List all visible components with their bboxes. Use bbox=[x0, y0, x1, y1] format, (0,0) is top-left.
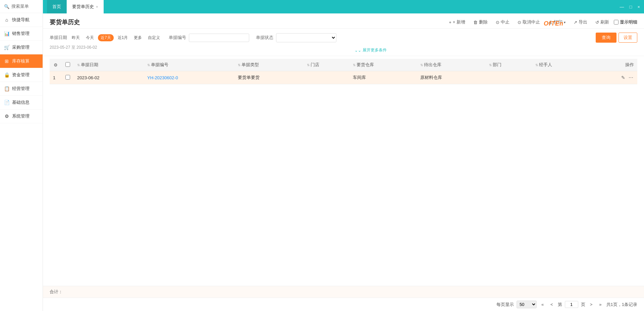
tab-close-button[interactable]: × bbox=[96, 5, 98, 9]
minimize-button[interactable]: — bbox=[620, 4, 624, 9]
col-handler[interactable]: 经手人 bbox=[532, 59, 589, 71]
export-label: 导出 bbox=[579, 19, 587, 25]
page-size-select[interactable]: 50 10 20 100 bbox=[517, 301, 537, 308]
col-department[interactable]: 部门 bbox=[486, 59, 532, 71]
refresh-label: 刷新 bbox=[600, 19, 609, 25]
settings-button[interactable]: 设置 bbox=[619, 33, 637, 43]
date-yesterday-btn[interactable]: 昨天 bbox=[70, 34, 82, 41]
settings-icon[interactable]: ⚙ bbox=[54, 62, 58, 68]
refresh-icon: ↺ bbox=[595, 20, 599, 25]
tab-home[interactable]: 首页 bbox=[47, 0, 67, 13]
table-footer: 合计： bbox=[43, 286, 644, 298]
date-last7-btn[interactable]: 近7天 bbox=[98, 34, 114, 41]
date-more-btn[interactable]: 更多 bbox=[132, 34, 144, 41]
main-area: 首页 要货单历史 × — □ × 要货单历史 + + 新增 🗑 删除 bbox=[43, 0, 644, 311]
col-pending-warehouse[interactable]: 待出仓库 bbox=[417, 59, 486, 71]
order-no-filter-group: 单据编号 bbox=[169, 34, 249, 42]
page-number-input[interactable] bbox=[565, 301, 578, 308]
order-no-input[interactable] bbox=[189, 34, 249, 42]
print-button[interactable]: 🖨 打印 ▾ bbox=[545, 17, 569, 27]
search-icon: 🔍 bbox=[4, 4, 9, 9]
plus-icon: + bbox=[449, 20, 451, 25]
first-page-button[interactable]: « bbox=[539, 301, 546, 308]
delete-button[interactable]: 🗑 删除 bbox=[470, 17, 491, 27]
col-order-no[interactable]: 单据编号 bbox=[144, 59, 234, 71]
topbar: 首页 要货单历史 × — □ × bbox=[43, 0, 644, 13]
cell-pending-warehouse: 原材料仓库 bbox=[417, 71, 486, 84]
col-date[interactable]: 单据日期 bbox=[74, 59, 144, 71]
sidebar-item-system[interactable]: ⚙ 系统管理 bbox=[0, 109, 43, 123]
sidebar-item-label: 快捷导航 bbox=[12, 17, 30, 23]
cell-handler bbox=[532, 71, 589, 84]
expand-icon: ⌄⌄ bbox=[355, 48, 361, 53]
print-icon: 🖨 bbox=[548, 20, 552, 25]
order-no-link[interactable]: YH-20230602-0 bbox=[147, 75, 178, 80]
pagination: 每页显示 50 10 20 100 « < 第 页 > » 共1页，1条记录 bbox=[43, 298, 644, 311]
cell-store bbox=[304, 71, 350, 84]
sidebar-search[interactable]: 🔍 搜索菜单 bbox=[0, 0, 43, 13]
filter-action-buttons: 查询 设置 bbox=[596, 33, 637, 43]
sidebar-item-quick-nav[interactable]: ⌂ 快捷导航 bbox=[0, 13, 43, 27]
sidebar-item-basic[interactable]: 📄 基础信息 bbox=[0, 96, 43, 109]
cell-order-no: YH-20230602-0 bbox=[144, 71, 234, 84]
sidebar-item-operation[interactable]: 📋 经营管理 bbox=[0, 82, 43, 96]
select-all-checkbox[interactable] bbox=[65, 62, 70, 67]
content-area: 要货单历史 + + 新增 🗑 删除 ⊙ 中止 ⊙ 取消中止 bbox=[43, 13, 644, 311]
sidebar-item-inventory[interactable]: ⊞ 库存核算 bbox=[0, 54, 43, 68]
date-range-text: 2023-05-27 至 2023-06-02 bbox=[50, 45, 97, 53]
last-page-button[interactable]: » bbox=[597, 301, 603, 308]
grid-icon: ⊞ bbox=[4, 58, 9, 64]
page-size-label: 每页显示 bbox=[496, 302, 514, 308]
sidebar-item-label: 采购管理 bbox=[12, 44, 30, 50]
summary-label: 合计： bbox=[50, 289, 63, 294]
col-store[interactable]: 门店 bbox=[304, 59, 350, 71]
date-today-btn[interactable]: 今天 bbox=[84, 34, 96, 41]
add-label: + 新增 bbox=[453, 19, 465, 25]
page-suffix: 页 bbox=[581, 302, 585, 308]
date-filter-label: 单据日期 bbox=[50, 35, 67, 41]
tab-active-label: 要货单历史 bbox=[72, 4, 94, 10]
export-button[interactable]: ↗ 导出 bbox=[570, 17, 591, 27]
date-last-month-btn[interactable]: 近1月 bbox=[116, 34, 130, 41]
next-page-button[interactable]: > bbox=[588, 301, 595, 308]
cell-checkbox bbox=[62, 71, 74, 84]
prev-page-button[interactable]: < bbox=[548, 301, 555, 308]
table-header-row: ⚙ 单据日期 单据编号 单据类型 门店 要货仓库 待出仓库 部门 经手人 操 bbox=[50, 59, 637, 71]
col-action: 操作 bbox=[589, 59, 637, 71]
maximize-button[interactable]: □ bbox=[630, 4, 632, 9]
cancel-stop-button[interactable]: ⊙ 取消中止 bbox=[514, 17, 543, 27]
status-filter-group: 单据状态 bbox=[256, 33, 336, 42]
edit-icon[interactable]: ✎ bbox=[621, 74, 626, 81]
sidebar-search-label: 搜索菜单 bbox=[11, 3, 29, 9]
col-req-warehouse[interactable]: 要货仓库 bbox=[350, 59, 417, 71]
cell-order-type: 要货单要货 bbox=[234, 71, 303, 84]
close-window-button[interactable]: × bbox=[637, 4, 640, 9]
sidebar-item-sales[interactable]: 📊 销售管理 bbox=[0, 27, 43, 41]
stop-button[interactable]: ⊙ 中止 bbox=[492, 17, 513, 27]
sidebar-item-finance[interactable]: 🔒 资金管理 bbox=[0, 68, 43, 82]
show-detail-checkbox[interactable] bbox=[614, 20, 619, 25]
row-checkbox[interactable] bbox=[65, 75, 70, 80]
expand-filter-label: 展开更多条件 bbox=[363, 47, 387, 53]
toolbar: + + 新增 🗑 删除 ⊙ 中止 ⊙ 取消中止 🖨 打印 bbox=[445, 17, 637, 27]
sidebar-item-purchase[interactable]: 🛒 采购管理 bbox=[0, 41, 43, 54]
filter-area: 单据日期 昨天 今天 近7天 近1月 更多 自定义 单据编号 bbox=[43, 29, 644, 56]
date-custom-btn[interactable]: 自定义 bbox=[146, 34, 162, 41]
status-select[interactable] bbox=[276, 33, 336, 42]
sidebar-item-label: 基础信息 bbox=[12, 99, 30, 105]
more-action-icon[interactable]: ⋯ bbox=[628, 74, 634, 81]
cell-date: 2023-06-02 bbox=[74, 71, 144, 84]
tab-active[interactable]: 要货单历史 × bbox=[67, 0, 104, 13]
orders-table: ⚙ 单据日期 单据编号 单据类型 门店 要货仓库 待出仓库 部门 经手人 操 bbox=[50, 59, 637, 84]
date-filter-options: 昨天 今天 近7天 近1月 更多 自定义 bbox=[70, 34, 162, 41]
document-icon: 📄 bbox=[4, 100, 9, 105]
delete-icon: 🗑 bbox=[473, 20, 478, 25]
query-button[interactable]: 查询 bbox=[596, 33, 616, 43]
stop-label: 中止 bbox=[501, 19, 509, 25]
show-detail-toggle: 显示明细 bbox=[614, 19, 637, 25]
col-order-type[interactable]: 单据类型 bbox=[234, 59, 303, 71]
add-button[interactable]: + + 新增 bbox=[445, 17, 469, 27]
sidebar-item-label: 系统管理 bbox=[12, 113, 30, 119]
refresh-button[interactable]: ↺ 刷新 bbox=[592, 17, 612, 27]
expand-filter-button[interactable]: ⌄⌄ 展开更多条件 bbox=[355, 47, 387, 53]
